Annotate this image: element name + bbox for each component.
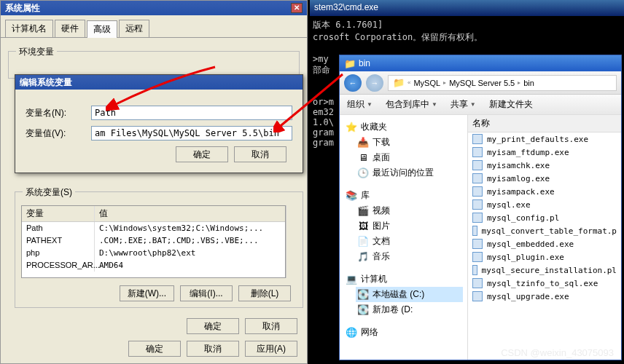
tree-local-c[interactable]: 本地磁盘 (C:) (373, 288, 424, 301)
tree-music[interactable]: 音乐 (373, 250, 390, 263)
chevron-down-icon: ▼ (367, 101, 373, 108)
explorer-titlebar: 📁 bin (340, 55, 621, 71)
tree-new-vol[interactable]: 新加卷 (D: (373, 304, 413, 316)
breadcrumb-seg[interactable]: bin (523, 79, 534, 87)
env-cancel-button[interactable]: 取消 (245, 318, 297, 334)
explorer-nav: ← → 📁 « MySQL ▸ MySQL Server 5.5 ▸ bin (340, 71, 621, 95)
file-name: myisampack.exe (487, 187, 555, 197)
file-name: mysql_convert_table_format.p (482, 226, 617, 236)
back-button[interactable]: ← (344, 74, 362, 92)
breadcrumb[interactable]: 📁 « MySQL ▸ MySQL Server 5.5 ▸ bin (388, 75, 617, 91)
sys-ok-button[interactable]: 确定 (128, 341, 181, 357)
var-name-input[interactable] (91, 106, 292, 120)
delete-button[interactable]: 删除(L) (238, 285, 291, 301)
close-icon[interactable]: ✕ (291, 3, 303, 13)
tab-computer-name[interactable]: 计算机名 (5, 20, 53, 37)
file-name: mysql_tzinfo_to_sql.exe (487, 279, 598, 288)
file-item[interactable]: myisampack.exe (468, 185, 621, 198)
computer-icon: 💻 (346, 274, 357, 285)
recent-icon: 🕒 (357, 167, 369, 179)
file-item[interactable]: myisamchk.exe (468, 159, 621, 172)
organize-menu[interactable]: 组织▼ (347, 98, 373, 111)
desktop-icon: 🖥 (357, 152, 369, 164)
folder-icon: 📁 (344, 58, 356, 69)
tree-desktop[interactable]: 桌面 (373, 151, 390, 164)
file-item[interactable]: mysql.exe (468, 198, 621, 211)
sys-apply-button[interactable]: 应用(A) (245, 341, 297, 357)
new-button[interactable]: 新建(W)... (120, 285, 174, 301)
table-row: PROCESSOR_AR...AMD64 (22, 259, 285, 272)
breadcrumb-seg[interactable]: MySQL (413, 79, 440, 87)
tab-advanced[interactable]: 高级 (87, 20, 117, 38)
file-name: mysql.exe (487, 200, 531, 210)
file-name: mysql_config.pl (487, 213, 559, 223)
var-name-label: 变量名(N): (26, 107, 84, 119)
tab-hardware[interactable]: 硬件 (55, 20, 85, 37)
file-item[interactable]: my_print_defaults.exe (468, 132, 621, 146)
drive-icon: 💽 (357, 289, 369, 301)
sys-vars-table[interactable]: 变量 值 PathC:\Windows\system32;C:\Windows;… (21, 205, 286, 278)
file-item[interactable]: mysql_tzinfo_to_sql.exe (468, 277, 621, 290)
breadcrumb-seg[interactable]: MySQL Server 5.5 (449, 79, 515, 87)
new-folder-button[interactable]: 新建文件夹 (489, 98, 533, 111)
tree-computer[interactable]: 计算机 (361, 273, 387, 285)
file-item[interactable]: mysql_secure_installation.pl (468, 264, 621, 277)
tree-videos[interactable]: 视频 (373, 205, 390, 217)
file-icon (472, 160, 483, 170)
tab-remote[interactable]: 远程 (119, 20, 149, 37)
file-name: mysql_embedded.exe (487, 240, 574, 249)
edit-button[interactable]: 编辑(I)... (180, 285, 233, 301)
file-icon (472, 265, 477, 275)
tree-pictures[interactable]: 图片 (373, 220, 390, 232)
ok-button[interactable]: 确定 (176, 146, 228, 162)
share-menu[interactable]: 共享▼ (451, 98, 476, 111)
documents-icon: 📄 (357, 236, 369, 248)
explorer-tree[interactable]: ⭐收藏夹 📥下载 🖥桌面 🕒最近访问的位置 📚库 🎬视频 🖼图片 📄文档 🎵音乐… (340, 115, 468, 360)
tree-favorites[interactable]: 收藏夹 (361, 121, 387, 133)
download-icon: 📥 (357, 137, 369, 149)
tree-libraries[interactable]: 库 (361, 189, 370, 202)
file-icon (472, 134, 483, 144)
file-list[interactable]: 名称 my_print_defaults.exemyisam_ftdump.ex… (468, 115, 621, 360)
forward-button[interactable]: → (366, 74, 383, 92)
file-item[interactable]: mysql_embedded.exe (468, 237, 621, 250)
file-name: myisam_ftdump.exe (487, 148, 569, 157)
file-item[interactable]: myisam_ftdump.exe (468, 146, 621, 159)
sys-vars-group-title: 系统变量(S) (23, 186, 75, 199)
file-name: mysql_upgrade.exe (487, 292, 569, 301)
tree-documents[interactable]: 文档 (373, 235, 390, 248)
cmd-title-text: stem32\cmd.exe (314, 2, 378, 12)
include-menu[interactable]: 包含到库中▼ (386, 98, 437, 111)
file-icon (472, 278, 483, 288)
music-icon: 🎵 (357, 251, 369, 263)
tree-recent[interactable]: 最近访问的位置 (373, 167, 434, 179)
edit-dialog-titlebar: 编辑系统变量 (15, 75, 303, 90)
edit-system-variable-dialog: 编辑系统变量 变量名(N): 变量值(V): 确定 取消 (15, 74, 303, 173)
watermark: CSDN @weixin_43075093 (501, 347, 614, 358)
explorer-window: 📁 bin ← → 📁 « MySQL ▸ MySQL Server 5.5 ▸… (339, 55, 622, 360)
file-item[interactable]: mysql_upgrade.exe (468, 290, 621, 303)
env-vars-group-title: 环境变量 (16, 46, 57, 58)
var-value-input[interactable] (91, 126, 292, 141)
file-icon (472, 252, 483, 262)
file-name: myisamchk.exe (487, 161, 550, 170)
file-icon (472, 147, 483, 157)
network-icon: 🌐 (346, 327, 357, 339)
tree-network[interactable]: 网络 (361, 326, 378, 339)
tree-downloads[interactable]: 下载 (373, 136, 390, 149)
file-item[interactable]: mysql_config.pl (468, 211, 621, 224)
sys-cancel-button[interactable]: 取消 (187, 341, 239, 357)
file-item[interactable]: myisamlog.exe (468, 172, 621, 185)
file-name: mysql_secure_installation.pl (482, 266, 617, 275)
explorer-toolbar: 组织▼ 包含到库中▼ 共享▼ 新建文件夹 (340, 95, 621, 115)
table-row: phpD:\wwwroot\php82\ext (22, 247, 285, 259)
drive-icon: 💽 (357, 304, 369, 316)
scrollbar[interactable] (286, 205, 297, 278)
explorer-title-text: bin (359, 58, 370, 68)
cancel-button[interactable]: 取消 (234, 146, 286, 162)
env-ok-button[interactable]: 确定 (187, 318, 239, 334)
file-name: myisamlog.exe (487, 174, 550, 183)
cmd-title-bar: stem32\cmd.exe (310, 0, 624, 16)
file-item[interactable]: mysql_convert_table_format.p (468, 224, 621, 237)
file-item[interactable]: mysql_plugin.exe (468, 250, 621, 264)
